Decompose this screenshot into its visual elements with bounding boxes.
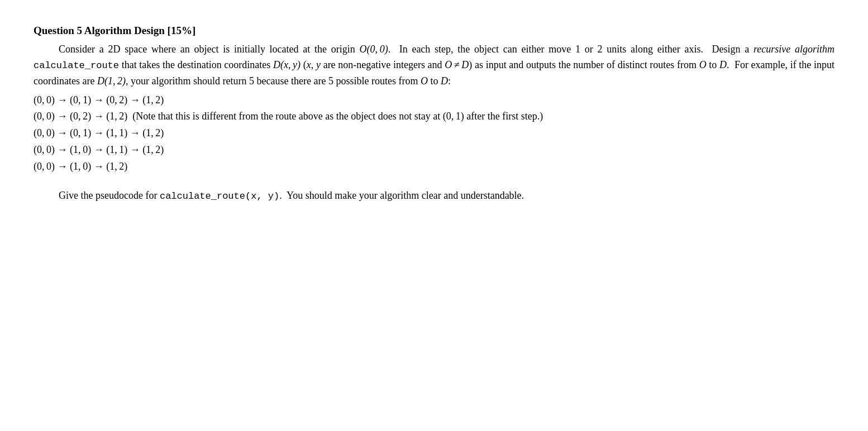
route-5: (0, 0) → (1, 0) → (1, 2) — [34, 159, 834, 175]
O-ref1: O — [699, 59, 707, 70]
paragraph-1: Consider a 2D space where an object is i… — [34, 42, 834, 89]
route4-text: (0, 0) → (1, 0) → (1, 1) → (1, 2) — [34, 144, 164, 155]
D-ref1: D — [719, 59, 727, 70]
route-4: (0, 0) → (1, 0) → (1, 1) → (1, 2) — [34, 142, 834, 158]
para1-text: Consider a 2D space where an object is i… — [34, 44, 834, 86]
route5-text: (0, 0) → (1, 0) → (1, 2) — [34, 161, 127, 172]
d12-ref: D(1, 2) — [97, 75, 126, 87]
italic-phrase: recursive algorithm — [753, 44, 834, 55]
route-2-with-note: (0, 0) → (0, 2) → (1, 2) (Note that this… — [34, 109, 834, 124]
O-ref2: O — [421, 75, 428, 87]
neq-expr: O ≠ D — [445, 59, 469, 70]
pseudocode-paragraph: Give the pseudocode for calculate_route(… — [34, 188, 834, 204]
routes-block: (0, 0) → (0, 1) → (0, 2) → (1, 2) (0, 0)… — [34, 93, 834, 175]
func-name-2: calculate_route(x, y) — [160, 191, 279, 202]
question-title: Question 5 Algorithm Design [15%] — [34, 22, 834, 39]
title-text: Question 5 Algorithm Design [15%] — [34, 25, 195, 36]
route-1: (0, 0) → (0, 1) → (0, 2) → (1, 2) — [34, 93, 834, 108]
route1-text: (0, 0) → (0, 1) → (0, 2) → (1, 2) — [34, 94, 164, 106]
dest-coords: D(x, y) — [273, 59, 301, 70]
pseudocode-section: Give the pseudocode for calculate_route(… — [34, 188, 834, 204]
route2-text: (0, 0) → (0, 2) → (1, 2) (Note that this… — [34, 111, 543, 122]
origin-math: O(0, 0) — [360, 44, 388, 55]
func-name-1: calculate_route — [34, 60, 119, 71]
route3-text: (0, 0) → (0, 1) → (1, 1) → (1, 2) — [34, 127, 164, 138]
route-3: (0, 0) → (0, 1) → (1, 1) → (1, 2) — [34, 126, 834, 141]
D-ref2: D — [441, 75, 448, 87]
pseudocode-intro-text: Give the pseudocode for calculate_route(… — [59, 190, 524, 201]
question-container: Question 5 Algorithm Design [15%] Consid… — [34, 22, 834, 204]
